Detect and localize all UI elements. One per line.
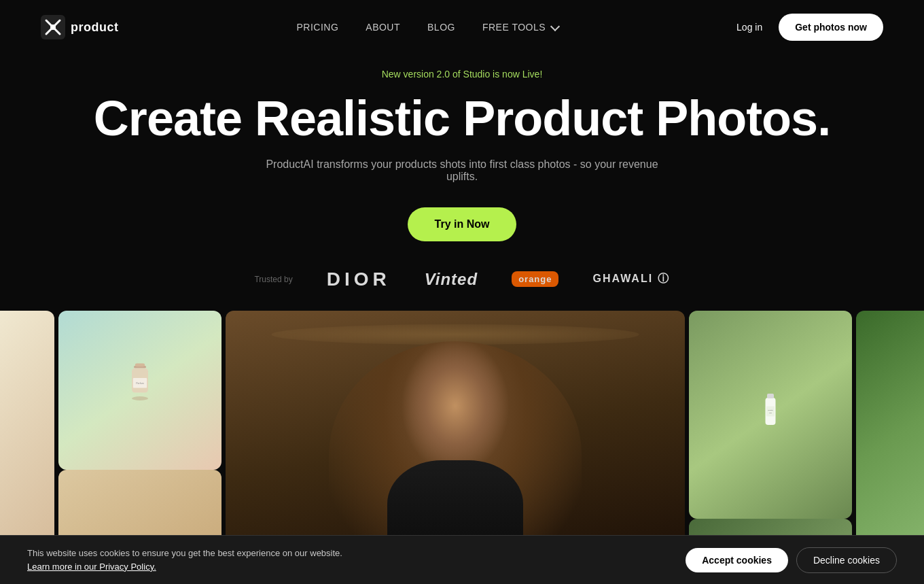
svg-point-3 bbox=[50, 24, 56, 30]
image-woman-portrait bbox=[226, 311, 685, 569]
nav-pricing[interactable]: PRICING bbox=[296, 22, 338, 33]
hero-subtitle: ProductAI transforms your products shots… bbox=[258, 158, 666, 183]
cookie-actions: Accept cookies Decline cookies bbox=[686, 547, 897, 573]
nav-free-tools[interactable]: FREE TOOLS bbox=[482, 22, 558, 33]
try-now-button[interactable]: Try in Now bbox=[408, 207, 517, 241]
image-jewelry bbox=[0, 311, 54, 569]
get-photos-button[interactable]: Get photos now bbox=[779, 14, 883, 41]
nav-about[interactable]: ABOUT bbox=[366, 22, 400, 33]
trusted-label: Trusted by bbox=[254, 275, 292, 284]
image-perfume: Parfum bbox=[58, 311, 221, 470]
gallery-col-right bbox=[856, 311, 924, 569]
login-button[interactable]: Log in bbox=[736, 22, 762, 33]
nav-links: PRICING ABOUT BLOG FREE TOOLS bbox=[296, 22, 558, 33]
perfume-svg: Parfum bbox=[120, 356, 160, 424]
accept-cookies-button[interactable]: Accept cookies bbox=[686, 548, 788, 572]
navbar: product PRICING ABOUT BLOG FREE TOOLS Lo… bbox=[0, 0, 924, 54]
logo[interactable]: product bbox=[41, 15, 119, 39]
hero-section: New version 2.0 of Studio is now Live! C… bbox=[0, 54, 924, 241]
svg-rect-11 bbox=[767, 394, 774, 398]
svg-rect-12 bbox=[766, 406, 775, 416]
gallery-col-left bbox=[0, 311, 54, 569]
logo-text: product bbox=[71, 20, 119, 35]
svg-point-7 bbox=[132, 396, 148, 400]
trusted-bar: Trusted by DIOR Vinted orange GHAWALI ⓘ bbox=[0, 241, 924, 311]
logo-icon bbox=[41, 15, 65, 39]
cookie-message: This website uses cookies to ensure you … bbox=[27, 547, 342, 573]
nav-blog[interactable]: BLOG bbox=[427, 22, 455, 33]
brand-ghawali: GHAWALI ⓘ bbox=[592, 272, 669, 286]
gallery-col-2: Parfum bbox=[58, 311, 221, 569]
chevron-down-icon bbox=[550, 22, 560, 31]
nav-right: Log in Get photos now bbox=[736, 14, 883, 41]
brand-vinted: Vinted bbox=[425, 270, 478, 289]
brand-dior: DIOR bbox=[327, 269, 391, 290]
cookie-banner: This website uses cookies to ensure you … bbox=[0, 535, 924, 584]
announcement-banner: New version 2.0 of Studio is now Live! bbox=[382, 69, 543, 80]
image-green-right bbox=[856, 311, 924, 569]
image-gallery: Parfum Gentle Gel bbox=[0, 311, 924, 569]
gallery-col-center bbox=[226, 311, 685, 569]
image-skincare: Gentle Gel bbox=[689, 311, 852, 519]
svg-text:Gentle: Gentle bbox=[768, 409, 773, 411]
svg-rect-6 bbox=[135, 363, 145, 366]
skincare-svg: Gentle Gel bbox=[757, 381, 784, 449]
decline-cookies-button[interactable]: Decline cookies bbox=[796, 547, 897, 573]
privacy-policy-link[interactable]: Learn more in our Privacy Policy. bbox=[27, 562, 156, 572]
gallery-col-4: Gentle Gel bbox=[689, 311, 852, 569]
hero-title: Create Realistic Product Photos. bbox=[14, 93, 910, 145]
svg-text:Gel: Gel bbox=[769, 412, 772, 414]
svg-text:Parfum: Parfum bbox=[136, 382, 144, 385]
brand-orange: orange bbox=[512, 271, 558, 287]
